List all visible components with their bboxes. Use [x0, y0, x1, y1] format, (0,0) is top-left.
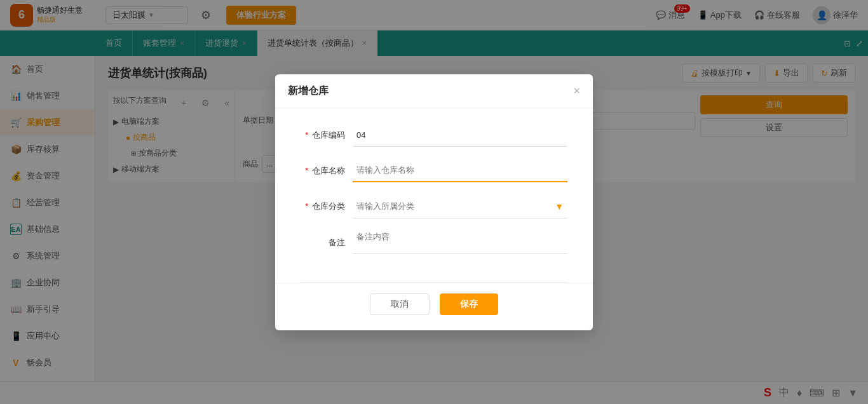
dialog-header: 新增仓库 × [275, 74, 593, 109]
form-row-category: * 仓库分类 ▼ [301, 195, 567, 219]
form-category-label: * 仓库分类 [301, 201, 345, 212]
warehouse-code-input[interactable] [353, 124, 567, 147]
warehouse-category-input[interactable] [353, 195, 555, 218]
warehouse-name-input[interactable] [353, 159, 567, 182]
form-code-label: * 仓库编码 [301, 130, 345, 141]
required-star-code: * [305, 130, 308, 140]
modal-overlay: 新增仓库 × * 仓库编码 * 仓库名称 [0, 0, 868, 404]
dialog-title: 新增仓库 [288, 84, 329, 98]
cancel-button[interactable]: 取消 [370, 293, 430, 315]
dialog-footer: 取消 保存 [275, 283, 593, 330]
form-name-label: * 仓库名称 [301, 165, 345, 177]
warehouse-remark-input[interactable] [353, 231, 567, 254]
category-dropdown-arrow: ▼ [555, 201, 567, 212]
form-row-name: * 仓库名称 [301, 159, 567, 182]
form-row-remark: 备注 [301, 231, 567, 254]
save-button[interactable]: 保存 [440, 293, 498, 315]
warehouse-category-select[interactable]: ▼ [353, 195, 567, 219]
form-row-code: * 仓库编码 [301, 124, 567, 147]
required-star-category: * [305, 201, 308, 211]
new-warehouse-dialog: 新增仓库 × * 仓库编码 * 仓库名称 [275, 74, 593, 330]
dialog-body: * 仓库编码 * 仓库名称 * 仓库分类 [275, 109, 593, 282]
form-remark-label: 备注 [301, 237, 345, 248]
required-star-name: * [305, 166, 308, 175]
dialog-close-button[interactable]: × [573, 84, 580, 98]
